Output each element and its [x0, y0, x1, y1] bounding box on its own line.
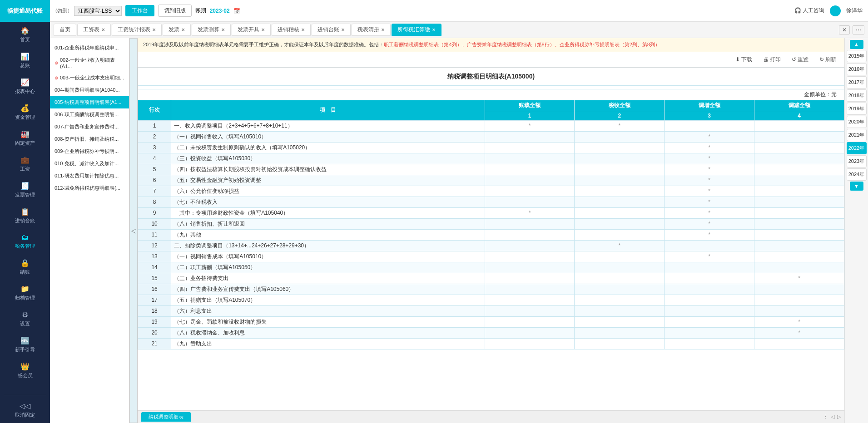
company-select[interactable]: 江西股宝-LSS	[74, 6, 122, 16]
left-panel-item-8[interactable]: 009-企业所得税弥补亏损明...	[50, 145, 129, 157]
year-btn-2024年[interactable]: 2024年	[847, 168, 867, 181]
left-panel-item-11[interactable]: 012-减免所得税优惠明细表(...	[50, 182, 129, 194]
cell-v1[interactable]: *	[485, 120, 575, 131]
year-btn-2021年[interactable]: 2021年	[847, 129, 867, 141]
cell-v3[interactable]	[665, 273, 754, 284]
nav-tab-4[interactable]: 发票测算✕	[192, 24, 231, 36]
cell-v3[interactable]	[665, 120, 754, 131]
cell-v4[interactable]	[754, 229, 844, 240]
cell-v4[interactable]	[754, 338, 844, 349]
sidebar-item-固定资产[interactable]: 🏭固定资产	[0, 125, 50, 151]
cell-v1[interactable]	[485, 327, 575, 338]
cell-v3[interactable]	[665, 327, 754, 338]
cell-v4[interactable]	[754, 153, 844, 164]
cell-v4[interactable]	[754, 120, 844, 131]
cell-v3[interactable]	[665, 316, 754, 327]
cell-v2[interactable]: *	[575, 120, 665, 131]
cell-v4[interactable]	[754, 305, 844, 316]
year-btn-2015年[interactable]: 2015年	[847, 50, 867, 62]
tab-close-4[interactable]: ✕	[221, 27, 225, 32]
cell-v2[interactable]	[575, 218, 665, 229]
year-btn-2016年[interactable]: 2016年	[847, 63, 867, 75]
cell-v2[interactable]	[575, 295, 665, 305]
cell-v1[interactable]	[485, 131, 575, 142]
cell-v3[interactable]	[665, 262, 754, 273]
cell-v2[interactable]	[575, 284, 665, 295]
cell-v4[interactable]	[754, 295, 844, 305]
collapse-panel-button[interactable]: ◁	[129, 38, 138, 423]
cell-v1[interactable]	[485, 164, 575, 175]
cell-v3[interactable]: *	[665, 153, 754, 164]
cell-v1[interactable]	[485, 273, 575, 284]
left-panel-item-5[interactable]: 006-职工薪酬纳税调整明细...	[50, 108, 129, 121]
cell-v3[interactable]: *	[665, 186, 754, 197]
cell-v1[interactable]	[485, 153, 575, 164]
sidebar-item-畅会员[interactable]: 👑畅会员	[0, 358, 50, 384]
left-panel-item-10[interactable]: 011-研发费用加计扣除优惠...	[50, 170, 129, 182]
sidebar-item-总账[interactable]: 📊总账	[0, 48, 50, 74]
cell-v4[interactable]	[754, 164, 844, 175]
year-btn-2017年[interactable]: 2017年	[847, 76, 867, 89]
cell-v2[interactable]	[575, 262, 665, 273]
cell-v4[interactable]	[754, 142, 844, 153]
worktable-button[interactable]: 工作台	[125, 5, 154, 16]
cell-v3[interactable]: *	[665, 207, 754, 218]
cell-v3[interactable]: *	[665, 142, 754, 153]
cell-v3[interactable]	[665, 284, 754, 295]
year-btn-2019年[interactable]: 2019年	[847, 103, 867, 115]
nav-tab-3[interactable]: 发票✕	[163, 24, 191, 36]
cell-v1[interactable]	[485, 175, 575, 186]
year-btn-2020年[interactable]: 2020年	[847, 116, 867, 128]
switch-old-button[interactable]: 切到旧版	[158, 5, 192, 17]
cell-v1[interactable]	[485, 305, 575, 316]
sidebar-item-发票管理[interactable]: 🧾发票管理	[0, 177, 50, 203]
cell-v2[interactable]	[575, 131, 665, 142]
cell-v4[interactable]	[754, 197, 844, 207]
left-panel-item-3[interactable]: 004-期间费用明细表(A1040...	[50, 84, 129, 96]
cell-v1[interactable]	[485, 295, 575, 305]
cell-v4[interactable]	[754, 251, 844, 262]
nav-tab-0[interactable]: 首页	[54, 24, 76, 36]
close-all-button[interactable]: ✕	[839, 25, 850, 34]
cell-v4[interactable]: *	[754, 273, 844, 284]
cell-v4[interactable]	[754, 240, 844, 251]
tab-close-2[interactable]: ✕	[152, 27, 156, 32]
cell-v4[interactable]	[754, 186, 844, 197]
cell-v3[interactable]: *	[665, 197, 754, 207]
tab-close-9[interactable]: ✕	[432, 27, 436, 32]
cell-v1[interactable]	[485, 229, 575, 240]
cell-v2[interactable]	[575, 316, 665, 327]
sidebar-item-结账[interactable]: 🔒结账	[0, 254, 50, 280]
cell-v2[interactable]	[575, 186, 665, 197]
sidebar-item-税务管理[interactable]: 🗂税务管理	[0, 229, 50, 254]
sidebar-item-设置[interactable]: ⚙设置	[0, 306, 50, 332]
cell-v2[interactable]: *	[575, 240, 665, 251]
cell-v4[interactable]	[754, 175, 844, 186]
cell-v3[interactable]: *	[665, 218, 754, 229]
cell-v4[interactable]	[754, 262, 844, 273]
tab-close-5[interactable]: ✕	[261, 27, 265, 32]
cell-v4[interactable]: *	[754, 316, 844, 327]
cell-v1[interactable]	[485, 338, 575, 349]
nav-tab-2[interactable]: 工资统计报表✕	[112, 24, 162, 36]
cell-v2[interactable]	[575, 338, 665, 349]
nav-tab-5[interactable]: 发票开具✕	[232, 24, 271, 36]
cell-v1[interactable]	[485, 251, 575, 262]
year-btn-2023年[interactable]: 2023年	[847, 155, 867, 167]
sidebar-item-进销台账[interactable]: 📋进销台账	[0, 203, 50, 229]
bottom-tab-item[interactable]: 纳税调整明细表	[141, 412, 191, 422]
cell-v2[interactable]	[575, 142, 665, 153]
cell-v4[interactable]	[754, 218, 844, 229]
year-up-button[interactable]: ▲	[850, 40, 863, 49]
sidebar-item-资金管理[interactable]: 💰资金管理	[0, 99, 50, 125]
cell-v3[interactable]	[665, 295, 754, 305]
cell-v2[interactable]	[575, 175, 665, 186]
sidebar-item-新手引导[interactable]: 🆕新手引导	[0, 332, 50, 358]
cell-v4[interactable]: *	[754, 327, 844, 338]
cell-v2[interactable]	[575, 305, 665, 316]
more-tabs-button[interactable]: ⋯	[853, 25, 864, 34]
cell-v3[interactable]: *	[665, 164, 754, 175]
cell-v1[interactable]	[485, 142, 575, 153]
nav-tab-6[interactable]: 进销稽核✕	[272, 24, 311, 36]
left-panel-item-2[interactable]: ⊗003-一般企业成本支出明细...	[50, 72, 129, 84]
